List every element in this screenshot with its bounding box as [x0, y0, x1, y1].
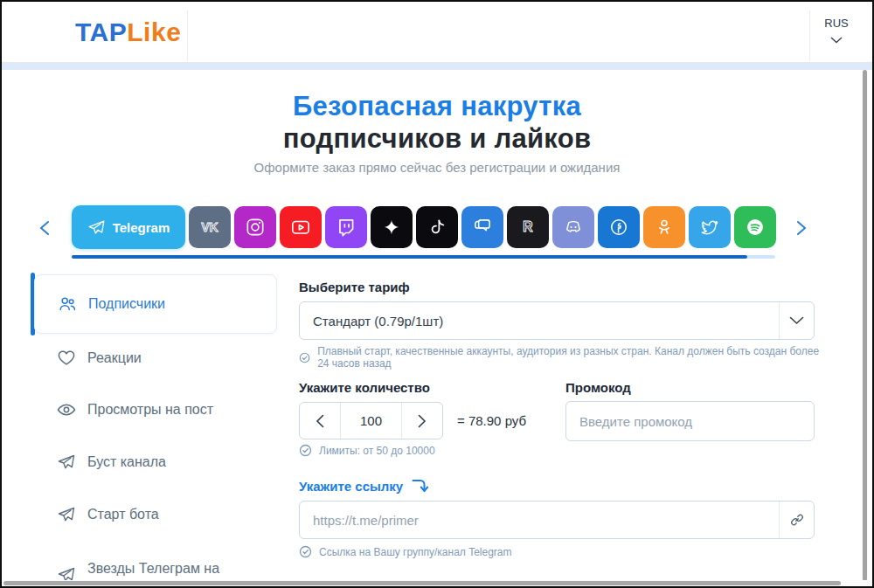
header-accent-strip: [2, 63, 872, 70]
page-title-line2: подписчиков и лайков: [2, 123, 872, 155]
quantity-stepper: [299, 402, 443, 439]
network-tile-tiktok[interactable]: [416, 206, 458, 248]
link-icon-area[interactable]: [779, 502, 814, 538]
twitter-bird-icon: [698, 216, 721, 239]
limits-note-text: Лимиты: от 50 до 10000: [319, 445, 435, 457]
eye-icon: [56, 399, 77, 420]
odnoklassniki-icon: [653, 216, 676, 239]
carousel-scrollbar[interactable]: [72, 255, 775, 259]
tariff-note-text: Плавный старт, качественные аккаунты, ау…: [317, 345, 823, 370]
quantity-value-cell: [340, 403, 402, 439]
tariff-select[interactable]: Стандарт (0.79р/1шт): [299, 301, 815, 340]
logo-part-like: Like: [127, 17, 181, 46]
facebook-icon: [607, 216, 630, 239]
horizontal-scrollbar-thumb[interactable]: [3, 581, 841, 585]
instagram-icon: [244, 216, 267, 239]
promo-input[interactable]: [566, 414, 814, 429]
header-divider-left: [187, 10, 188, 61]
link-chain-icon: [789, 512, 805, 528]
sidebar-item-label: Просмотры на пост: [87, 402, 213, 418]
sidebar-item-bot-start[interactable]: Старт бота: [34, 501, 277, 529]
chevron-left-icon: [316, 414, 324, 428]
network-tile-yappy[interactable]: [371, 206, 413, 248]
network-tile-twitch[interactable]: [325, 206, 367, 248]
tariff-label: Выберите тариф: [299, 280, 410, 294]
language-code: RUS: [811, 12, 862, 35]
tiktok-icon: [426, 216, 448, 239]
network-tile-ok[interactable]: [643, 206, 685, 248]
discord-icon: [562, 216, 585, 239]
network-tile-spotify[interactable]: [734, 206, 776, 248]
network-tile-twitter[interactable]: [689, 206, 731, 248]
link-note: Ссылка на Вашу группу/канал Telegram: [299, 545, 512, 558]
network-tile-chat[interactable]: [461, 206, 503, 248]
tariff-selected-value: Стандарт (0.79р/1шт): [300, 314, 779, 329]
network-tile-facebook[interactable]: [598, 206, 640, 248]
svg-text:VK: VK: [201, 220, 218, 234]
network-tile-discord[interactable]: [552, 206, 594, 248]
heart-icon: [56, 348, 77, 369]
network-tile-instagram[interactable]: [234, 206, 276, 248]
quantity-increase-button[interactable]: [402, 403, 442, 439]
sidebar-item-post-views[interactable]: Просмотры на пост: [34, 396, 277, 424]
sidebar-item-label: Реакции: [87, 350, 142, 366]
network-tile-vk[interactable]: VK: [189, 206, 231, 248]
tariff-note: Плавный старт, качественные аккаунты, ау…: [299, 345, 823, 370]
paper-plane-icon: [56, 452, 77, 473]
logo[interactable]: TAPLike: [75, 17, 181, 47]
chevron-right-icon: [796, 220, 807, 236]
vertical-scrollbar-thumb[interactable]: [863, 70, 867, 581]
language-selector[interactable]: RUS: [811, 12, 862, 58]
link-label: Укажите ссылку: [299, 478, 429, 494]
twitch-icon: [335, 216, 357, 239]
sidebar-item-telegram-stars[interactable]: Звезды Телеграм на: [34, 555, 277, 583]
check-circle-icon: [299, 545, 312, 558]
yappy-sparkle-icon: [380, 216, 403, 239]
sidebar-item-subscribers[interactable]: Подписчики: [34, 274, 277, 334]
horizontal-scrollbar[interactable]: [2, 580, 872, 586]
spotify-icon: [744, 216, 766, 239]
arrow-curve-down-icon: [412, 478, 429, 494]
link-input[interactable]: [300, 513, 779, 528]
youtube-icon: [289, 216, 312, 239]
chevron-down-icon: [830, 37, 843, 44]
sidebar-item-channel-boost[interactable]: Буст канала: [34, 448, 277, 476]
svg-text:R: R: [523, 219, 532, 234]
network-tile-rutube[interactable]: R: [507, 206, 549, 248]
network-carousel: Telegram VK R: [72, 205, 776, 251]
quantity-decrease-button[interactable]: [300, 403, 340, 439]
carousel-prev-button[interactable]: [33, 217, 56, 239]
check-circle-icon: [299, 444, 312, 457]
network-telegram-active[interactable]: Telegram: [72, 205, 185, 249]
promo-field-box: [565, 401, 815, 441]
network-telegram-label: Telegram: [113, 220, 170, 235]
link-field-box: [299, 501, 815, 539]
sidebar-item-reactions[interactable]: Реакции: [34, 344, 277, 372]
sidebar-item-label: Буст канала: [87, 454, 166, 470]
link-label-text: Укажите ссылку: [299, 479, 403, 494]
calculated-price: = 78.90 руб: [457, 413, 526, 428]
network-tile-youtube[interactable]: [280, 206, 322, 248]
chevron-down-icon: [789, 316, 804, 325]
sidebar-item-label: Звезды Телеграм на: [87, 561, 219, 577]
carousel-next-button[interactable]: [790, 217, 813, 239]
vertical-scrollbar[interactable]: [862, 70, 869, 583]
tariff-select-chevron-area[interactable]: [779, 302, 814, 339]
vk-icon: VK: [198, 216, 221, 239]
users-icon: [57, 294, 78, 315]
link-note-text: Ссылка на Вашу группу/канал Telegram: [319, 546, 512, 558]
chevron-left-icon: [39, 220, 50, 236]
chevron-right-icon: [418, 414, 427, 428]
promo-label: Промокод: [565, 380, 631, 395]
limits-note: Лимиты: от 50 до 10000: [299, 444, 435, 457]
carousel-scrollbar-thumb[interactable]: [72, 255, 747, 259]
page: TAPLike RUS Безопасная накрутка подписчи…: [0, 0, 874, 588]
sidebar-item-label: Подписчики: [88, 296, 165, 312]
chat-bubbles-icon: [471, 216, 494, 239]
page-subtitle: Оформите заказ прямо сейчас без регистра…: [2, 160, 872, 175]
header: TAPLike RUS: [2, 2, 872, 63]
check-circle-icon: [299, 351, 310, 364]
quantity-label: Укажите количество: [299, 380, 430, 395]
quantity-input[interactable]: [345, 413, 398, 428]
header-divider-right: [809, 10, 810, 61]
